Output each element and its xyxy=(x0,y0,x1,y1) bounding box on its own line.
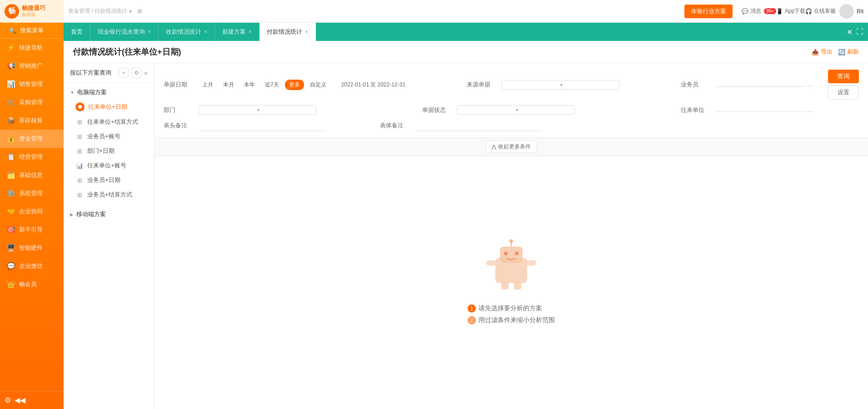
search-menu[interactable]: 🔍 搜索菜单 xyxy=(0,23,64,39)
svg-rect-5 xyxy=(501,282,509,289)
sidebar-item-member[interactable]: 👑 畅会员 xyxy=(0,275,64,293)
scheme-item-staff-date[interactable]: ⊞ 业务员+日期 xyxy=(64,173,154,187)
scheme-group-mobile-header[interactable]: ▶ 移动端方案 xyxy=(64,207,154,221)
table-icon: ⊞ xyxy=(75,132,84,141)
tab-close-all-icon[interactable]: ✕ xyxy=(847,28,853,36)
sidebar-item-newbie[interactable]: 🎯 新手引导 xyxy=(0,221,64,239)
sidebar-item-label: 快捷导航 xyxy=(19,44,43,52)
page-header: 付款情况统计(往来单位+日期) 📤 导出 🔄 刷新 xyxy=(64,41,868,63)
table-header-input[interactable] xyxy=(198,120,325,131)
scheme-header: 按以下方案查询 + ⚙ « xyxy=(64,63,154,83)
counterpart-more-btn[interactable]: … xyxy=(808,107,813,113)
sidebar-item-label: 智能硬件 xyxy=(19,244,43,252)
status-label: 单据状态 xyxy=(422,106,448,114)
sidebar-item-marketing[interactable]: 📢 营销推广 xyxy=(0,57,64,75)
user-avatar[interactable] xyxy=(839,4,854,19)
status-select-arrow: ▾ xyxy=(516,107,570,112)
sidebar-item-enterprise[interactable]: 🤝 企业协同 xyxy=(0,202,64,221)
sidebar-item-basic-info[interactable]: 🗂️ 基础信息 xyxy=(0,166,64,184)
date-btn-this-month[interactable]: 本月 xyxy=(219,79,238,91)
sidebar-item-weixin[interactable]: 💬 企业微信 xyxy=(0,257,64,275)
sidebar-item-purchase[interactable]: 🛒 采购管理 xyxy=(0,93,64,111)
date-btn-group: 上月 本月 本年 近7天 更多 自定义 xyxy=(198,79,330,91)
svg-point-0 xyxy=(78,105,82,109)
export-label: 导出 xyxy=(821,48,833,56)
tab-new-scheme[interactable]: 新建方案 × xyxy=(215,23,259,41)
tab-payment-stats-label: 付款情况统计 xyxy=(267,28,302,36)
sidebar-settings-btn[interactable]: ⚙ xyxy=(5,396,11,404)
scheme-item-staff-account[interactable]: ⊞ 业务员+账号 xyxy=(64,129,154,144)
table-body-label: 表体备注 xyxy=(380,121,405,130)
scheme-group-mobile: ▶ 移动端方案 xyxy=(64,205,154,224)
counterpart-input[interactable] xyxy=(715,108,806,112)
tab-receipt-stats-close[interactable]: × xyxy=(204,29,207,35)
add-scheme-btn[interactable]: + xyxy=(119,68,129,78)
svg-rect-6 xyxy=(514,282,521,289)
date-btn-last-month[interactable]: 上月 xyxy=(198,79,217,91)
dept-select[interactable]: ▾ xyxy=(198,105,316,115)
table-icon: ⊞ xyxy=(75,191,84,199)
tab-payment-stats-close[interactable]: × xyxy=(305,29,308,35)
sidebar-item-sales[interactable]: 📊 销售管理 xyxy=(0,75,64,93)
messages-btn[interactable]: 💬 消息 99+ xyxy=(742,7,776,15)
scheme-item-staff-settle[interactable]: ⊞ 业务员+结算方式 xyxy=(64,187,154,202)
sidebar-item-quick-nav[interactable]: ⚡ 快捷导航 xyxy=(0,39,64,57)
date-btn-more[interactable]: 更多 xyxy=(285,80,304,90)
breadcrumb-dropdown-icon[interactable]: ▾ xyxy=(129,8,132,15)
date-btn-custom[interactable]: 自定义 xyxy=(306,79,330,91)
sidebar-collapse-btn[interactable]: ◀◀ xyxy=(15,396,25,404)
scheme-item-counterpart-account[interactable]: 📊 往来单位+账号 xyxy=(64,158,154,173)
date-btn-last-7-days[interactable]: 近7天 xyxy=(261,79,283,91)
scheme-item-label: 业务员+结算方式 xyxy=(87,191,132,199)
logo-text-area: 畅捷通巧 标准版 xyxy=(22,5,45,18)
export-btn[interactable]: 📤 导出 xyxy=(812,48,833,56)
collapse-conditions-btn[interactable]: ⋀ 收起更多条件 xyxy=(486,141,537,153)
experience-btn[interactable]: 体验行业方案 xyxy=(684,5,733,18)
scheme-item-counterpart-settle[interactable]: ⊞ 往来单位+结算方式 xyxy=(64,115,154,129)
sidebar-item-operation[interactable]: 📋 经营管理 xyxy=(0,148,64,166)
scheme-group-desktop-header[interactable]: ▼ 电脑端方案 xyxy=(64,86,154,99)
sidebar-item-inventory[interactable]: 📦 库存核算 xyxy=(0,111,64,130)
scheme-group-desktop: ▼ 电脑端方案 往来单位+日期 ⊞ 往来单位+结算方式 xyxy=(64,83,154,205)
topbar-settings-icon[interactable]: ⚙ xyxy=(137,8,142,15)
capital-icon: 💰 xyxy=(6,134,15,143)
online-service-btn[interactable]: 🎧 在线客服 xyxy=(805,7,836,15)
setting-btn[interactable]: 设置 xyxy=(828,85,859,100)
source-label: 来源单据 xyxy=(467,81,492,89)
scheme-group-arrow: ▼ xyxy=(70,90,75,95)
tab-home[interactable]: 首页 xyxy=(64,23,90,41)
app-download-btn[interactable]: 📱 App下载 xyxy=(776,7,805,15)
status-select[interactable]: ▾ xyxy=(457,105,575,115)
app-sub-name: 标准版 xyxy=(22,11,45,18)
sidebar-item-label: 营销推广 xyxy=(19,62,43,70)
query-btn[interactable]: 查询 xyxy=(828,70,859,83)
messages-icon: 💬 xyxy=(742,8,748,15)
date-btn-this-year[interactable]: 本年 xyxy=(240,79,259,91)
step2-text: 用过滤条件来缩小分析范围 xyxy=(479,316,555,324)
tab-payment-stats[interactable]: 付款情况统计 × xyxy=(259,23,316,41)
sidebar-item-smart-hw[interactable]: 🖥️ 智能硬件 xyxy=(0,239,64,257)
sidebar-item-system[interactable]: ⚙️ 系统管理 xyxy=(0,184,64,202)
sidebar-item-label: 基础信息 xyxy=(19,171,43,179)
tab-new-scheme-close[interactable]: × xyxy=(249,29,252,35)
source-select[interactable]: ▾ xyxy=(501,80,619,90)
svg-rect-2 xyxy=(500,247,523,263)
staff-input[interactable] xyxy=(715,83,806,87)
scheme-collapse-btn[interactable]: « xyxy=(144,69,148,76)
purchase-icon: 🛒 xyxy=(6,98,15,107)
empty-state: 1 请先选择要分析的方案 2 用过滤条件来缩小分析范围 xyxy=(155,156,868,409)
scheme-item-dept-date[interactable]: ⊞ 部门+日期 xyxy=(64,144,154,158)
tab-bank-flow-close[interactable]: × xyxy=(148,29,151,35)
messages-label: 消息 xyxy=(750,7,761,15)
tab-receipt-stats[interactable]: 收款情况统计 × xyxy=(159,23,215,41)
weixin-icon: 💬 xyxy=(6,262,15,271)
staff-more-btn[interactable]: … xyxy=(808,81,813,88)
tab-expand-icon[interactable]: ⛶ xyxy=(856,28,863,36)
refresh-btn[interactable]: 🔄 刷新 xyxy=(838,48,859,56)
table-header-label: 表头备注 xyxy=(164,121,189,130)
tab-bank-flow[interactable]: 现金银行流水查询 × xyxy=(90,23,159,41)
sidebar-item-capital[interactable]: 💰 资金管理 xyxy=(0,130,64,148)
scheme-item-counterpart-date[interactable]: 往来单位+日期 xyxy=(64,99,154,115)
table-body-input[interactable] xyxy=(414,120,542,131)
scheme-settings-btn[interactable]: ⚙ xyxy=(131,68,141,78)
